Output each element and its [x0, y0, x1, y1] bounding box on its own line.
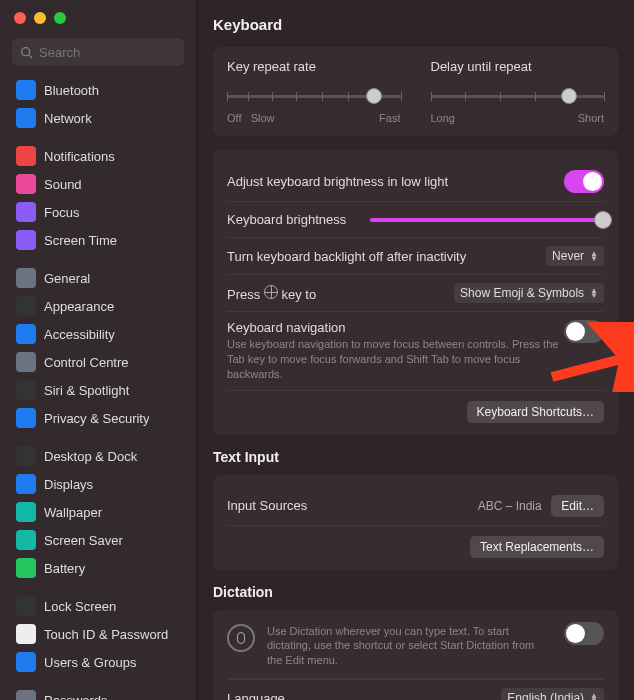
sidebar-item-appearance[interactable]: Appearance: [8, 292, 188, 320]
sidebar-item-label: Appearance: [44, 299, 114, 314]
sidebar-item-wallpaper[interactable]: Wallpaper: [8, 498, 188, 526]
sidebar-item-label: Network: [44, 111, 92, 126]
sidebar-item-label: Screen Time: [44, 233, 117, 248]
sidebar-item-label: Sound: [44, 177, 82, 192]
sidebar-item-lock-screen[interactable]: Lock Screen: [8, 592, 188, 620]
delay-long-label: Long: [431, 112, 455, 124]
users-groups-icon: [16, 652, 36, 672]
sidebar-item-label: Accessibility: [44, 327, 115, 342]
sidebar-item-focus[interactable]: Focus: [8, 198, 188, 226]
sidebar-item-sound[interactable]: Sound: [8, 170, 188, 198]
sidebar: BluetoothNetworkNotificationsSoundFocusS…: [0, 0, 197, 700]
dictation-heading: Dictation: [213, 584, 618, 600]
screen-saver-icon: [16, 530, 36, 550]
dictation-panel: Use Dictation wherever you can type text…: [213, 610, 618, 700]
sidebar-item-general[interactable]: General: [8, 264, 188, 292]
rate-off-label: Off: [227, 112, 241, 124]
keyboard-navigation-label: Keyboard navigation: [227, 320, 564, 335]
sidebar-item-passwords[interactable]: Passwords: [8, 686, 188, 700]
minimize-window-button[interactable]: [34, 12, 46, 24]
sidebar-item-label: General: [44, 271, 90, 286]
sidebar-item-desktop-dock[interactable]: Desktop & Dock: [8, 442, 188, 470]
dictation-hint: Use Dictation wherever you can type text…: [267, 624, 552, 669]
input-sources-value: ABC – India: [478, 499, 542, 513]
sidebar-item-label: Focus: [44, 205, 79, 220]
bluetooth-icon: [16, 80, 36, 100]
rate-slow-label: Slow: [251, 112, 275, 124]
appearance-icon: [16, 296, 36, 316]
search-icon: [20, 46, 33, 59]
sidebar-item-label: Users & Groups: [44, 655, 136, 670]
keyboard-brightness-slider[interactable]: [370, 218, 604, 222]
sidebar-item-label: Battery: [44, 561, 85, 576]
sidebar-item-label: Lock Screen: [44, 599, 116, 614]
sidebar-item-label: Bluetooth: [44, 83, 99, 98]
text-input-panel: Input Sources ABC – India Edit… Text Rep…: [213, 475, 618, 570]
control-centre-icon: [16, 352, 36, 372]
sidebar-item-bluetooth[interactable]: Bluetooth: [8, 76, 188, 104]
main-content: Keyboard Key repeat rate Off Slow Fast: [197, 0, 634, 700]
text-replacements-button[interactable]: Text Replacements…: [470, 536, 604, 558]
sidebar-item-label: Desktop & Dock: [44, 449, 137, 464]
sound-icon: [16, 174, 36, 194]
microphone-icon: [227, 624, 255, 652]
sidebar-item-touch-id-password[interactable]: Touch ID & Password: [8, 620, 188, 648]
desktop-dock-icon: [16, 446, 36, 466]
sidebar-item-control-centre[interactable]: Control Centre: [8, 348, 188, 376]
input-sources-edit-button[interactable]: Edit…: [551, 495, 604, 517]
delay-until-repeat-slider[interactable]: [431, 86, 605, 106]
window-controls: [0, 0, 196, 32]
press-globe-label: Press key to: [227, 285, 316, 302]
displays-icon: [16, 474, 36, 494]
text-input-heading: Text Input: [213, 449, 618, 465]
wallpaper-icon: [16, 502, 36, 522]
notifications-icon: [16, 146, 36, 166]
network-icon: [16, 108, 36, 128]
sidebar-item-battery[interactable]: Battery: [8, 554, 188, 582]
keyboard-shortcuts-button[interactable]: Keyboard Shortcuts…: [467, 401, 604, 423]
keyboard-navigation-toggle[interactable]: [564, 320, 604, 343]
sidebar-item-users-groups[interactable]: Users & Groups: [8, 648, 188, 676]
delay-until-repeat-label: Delay until repeat: [431, 59, 605, 74]
backlight-off-popup[interactable]: Never▲▼: [546, 246, 604, 266]
general-icon: [16, 268, 36, 288]
rate-fast-label: Fast: [379, 112, 400, 124]
sidebar-item-network[interactable]: Network: [8, 104, 188, 132]
lock-screen-icon: [16, 596, 36, 616]
sidebar-item-notifications[interactable]: Notifications: [8, 142, 188, 170]
sidebar-item-siri-spotlight[interactable]: Siri & Spotlight: [8, 376, 188, 404]
keyboard-brightness-label: Keyboard brightness: [227, 212, 346, 227]
low-light-toggle[interactable]: [564, 170, 604, 193]
sidebar-item-screen-saver[interactable]: Screen Saver: [8, 526, 188, 554]
low-light-label: Adjust keyboard brightness in low light: [227, 174, 448, 189]
search-field[interactable]: [12, 38, 184, 66]
sidebar-item-displays[interactable]: Displays: [8, 470, 188, 498]
sidebar-item-accessibility[interactable]: Accessibility: [8, 320, 188, 348]
svg-point-0: [22, 47, 30, 55]
focus-icon: [16, 202, 36, 222]
zoom-window-button[interactable]: [54, 12, 66, 24]
key-repeat-rate-label: Key repeat rate: [227, 59, 401, 74]
sidebar-item-label: Passwords: [44, 693, 108, 701]
page-title: Keyboard: [213, 10, 618, 47]
keyboard-settings-panel: Adjust keyboard brightness in low light …: [213, 150, 618, 435]
press-globe-popup[interactable]: Show Emoji & Symbols▲▼: [454, 283, 604, 303]
backlight-off-label: Turn keyboard backlight off after inacti…: [227, 249, 466, 264]
delay-short-label: Short: [578, 112, 604, 124]
key-repeat-panel: Key repeat rate Off Slow Fast Delay unti…: [213, 47, 618, 136]
svg-line-1: [29, 54, 32, 57]
key-repeat-rate-slider[interactable]: [227, 86, 401, 106]
dictation-language-label: Language: [227, 691, 285, 700]
search-input[interactable]: [39, 45, 176, 60]
touch-id-password-icon: [16, 624, 36, 644]
siri-spotlight-icon: [16, 380, 36, 400]
dictation-toggle[interactable]: [564, 622, 604, 645]
dictation-language-popup[interactable]: English (India)▲▼: [501, 688, 604, 700]
sidebar-item-screen-time[interactable]: Screen Time: [8, 226, 188, 254]
passwords-icon: [16, 690, 36, 700]
close-window-button[interactable]: [14, 12, 26, 24]
sidebar-item-privacy-security[interactable]: Privacy & Security: [8, 404, 188, 432]
sidebar-item-label: Wallpaper: [44, 505, 102, 520]
sidebar-item-label: Privacy & Security: [44, 411, 149, 426]
sidebar-item-label: Touch ID & Password: [44, 627, 168, 642]
